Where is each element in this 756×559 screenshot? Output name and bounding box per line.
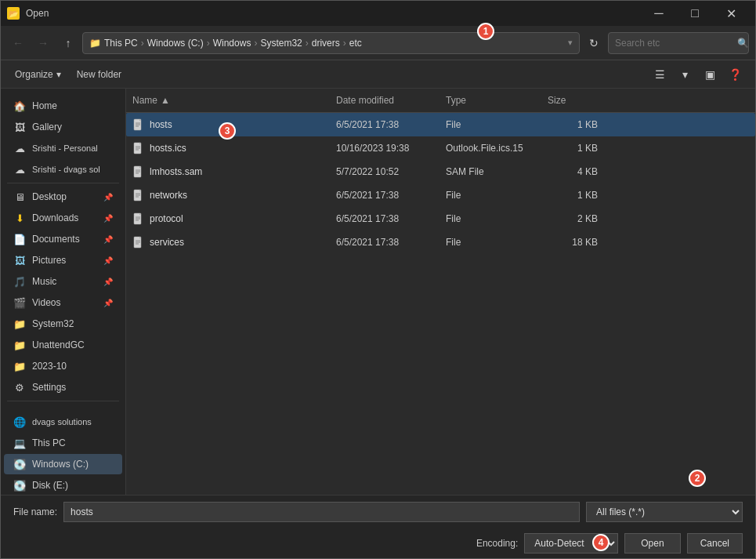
music-icon: 🎵 [13,275,26,288]
close-button[interactable]: ✕ [713,1,749,26]
file-row[interactable]: protocol 6/5/2021 17:38 File 2 KB [126,207,755,230]
sidebar-item-gallery-label: Gallery [32,122,62,132]
new-folder-button[interactable]: New folder [72,65,126,84]
file-name-text: networks [150,190,187,201]
pin-icon-desktop: 📌 [103,193,113,201]
sidebar-item-personal[interactable]: ☁ Srishti - Personal [4,138,122,158]
pin-icon-documents: 📌 [103,235,113,244]
downloads-icon: ⬇ [13,212,26,224]
search-box[interactable]: 🔍 [608,32,749,54]
file-name-text: hosts [150,119,172,130]
file-size-cell: 1 KB [541,116,604,133]
file-row[interactable]: services 6/5/2021 17:38 File 18 KB [126,230,755,254]
file-name-cell: hosts.ics [126,139,330,158]
organize-toolbar: Organize ▾ New folder ☰ ▾ ▣ ❓ [1,60,755,89]
sidebar-item-home[interactable]: 🏠 Home [4,96,122,116]
dvags-solutions-icon: 🌐 [13,416,26,428]
address-dropdown-icon[interactable]: ▾ [568,38,573,48]
breadcrumb-part-1: Windows (C:) [147,38,204,49]
annotation-2: 2 [689,470,706,487]
search-input[interactable] [615,38,732,49]
file-type-cell: File [439,210,541,227]
file-icon-1 [132,142,145,154]
up-button[interactable]: ↑ [57,32,79,54]
file-row[interactable]: lmhosts.sam 5/7/2022 10:52 SAM File 4 KB [126,160,755,183]
maximize-button[interactable]: □ [677,1,713,26]
sidebar-item-2023-10[interactable]: 📁 2023-10 [4,356,122,376]
file-size-cell: 2 KB [541,210,604,227]
file-type-select[interactable]: All files (*.*) [586,502,743,522]
encoding-label: Encoding: [476,538,518,549]
file-date-cell: 6/5/2021 17:38 [330,187,439,204]
file-name-text: lmhosts.sam [150,166,202,177]
preview-pane-button[interactable]: ▣ [699,64,721,85]
view-dropdown-button[interactable]: ▾ [674,64,696,85]
home-icon: 🏠 [13,100,26,112]
column-size[interactable]: Size [541,92,604,109]
window-icon: 📂 [7,7,20,20]
file-icon-3 [132,189,145,201]
gallery-icon: 🖼 [13,121,26,133]
back-button[interactable]: ← [7,32,29,54]
sidebar-item-disk-e[interactable]: 💽 Disk (E:) [4,475,122,495]
forward-button[interactable]: → [32,32,54,54]
file-name-cell: services [126,233,330,252]
sidebar-item-dvags-solutions[interactable]: 🌐 dvags solutions [4,412,122,432]
pin-icon-videos: 📌 [103,299,113,307]
sidebar-item-desktop[interactable]: 🖥 Desktop 📌 [4,187,122,207]
column-name[interactable]: Name ▲ [126,92,330,109]
file-name-cell: protocol [126,209,330,228]
sidebar-item-dvags-solutions-label: dvags solutions [32,417,92,427]
navigation-toolbar: ← → ↑ 📁 This PC › Windows (C:) › Windows… [1,26,755,60]
file-name-input[interactable] [63,502,580,522]
folder-icon: 📁 [89,38,101,49]
file-date-cell: 6/5/2021 17:38 [330,116,439,133]
sidebar-item-pictures-label: Pictures [32,255,66,266]
sidebar-item-windows-c[interactable]: 💽 Windows (C:) [4,454,122,474]
sidebar-item-pictures[interactable]: 🖼 Pictures 📌 [4,250,122,270]
file-row[interactable]: hosts.ics 10/16/2023 19:38 Outlook.File.… [126,136,755,160]
sidebar-item-gallery[interactable]: 🖼 Gallery [4,117,122,137]
pin-icon-downloads: 📌 [103,214,113,223]
sidebar-item-home-label: Home [32,100,57,111]
open-dialog-window: 📂 Open ─ □ ✕ ← → ↑ 📁 This PC › Windows (… [0,0,756,559]
cancel-button[interactable]: Cancel [687,533,743,554]
open-button[interactable]: Open [624,533,680,554]
sidebar-item-videos[interactable]: 🎬 Videos 📌 [4,292,122,313]
column-date-modified[interactable]: Date modified [330,92,439,109]
sidebar-item-music[interactable]: 🎵 Music 📌 [4,271,122,292]
view-controls: ☰ ▾ ▣ ❓ [649,64,746,85]
sidebar-item-downloads[interactable]: ⬇ Downloads 📌 [4,208,122,228]
organize-button[interactable]: Organize ▾ [10,65,66,84]
breadcrumb-part-4: drivers [312,38,340,49]
sidebar-divider-2 [7,401,119,401]
cloud-personal-icon: ☁ [13,142,26,154]
sidebar-item-downloads-label: Downloads [32,212,78,223]
sidebar-item-system32[interactable]: 📁 System32 [4,314,122,334]
help-button[interactable]: ❓ [724,64,746,85]
refresh-button[interactable]: ↻ [583,32,605,54]
file-row[interactable]: networks 6/5/2021 17:38 File 1 KB [126,183,755,207]
minimize-button[interactable]: ─ [641,1,677,26]
window-title: Open [26,8,49,19]
desktop-icon: 🖥 [13,191,26,203]
address-bar[interactable]: 📁 This PC › Windows (C:) › Windows › Sys… [82,32,580,54]
sidebar-item-unattendgc[interactable]: 📁 UnattendGC [4,335,122,355]
sidebar: 🏠 Home 🖼 Gallery ☁ Srishti - Personal ☁ … [1,89,126,495]
sidebar-item-documents[interactable]: 📄 Documents 📌 [4,229,122,249]
file-list: hosts 6/5/2021 17:38 File 1 KB hosts.ics… [126,113,755,495]
sidebar-item-this-pc[interactable]: 💻 This PC [4,433,122,453]
sidebar-item-documents-label: Documents [32,234,80,245]
sidebar-item-settings[interactable]: ⚙ Settings [4,377,122,397]
breadcrumb-part-5: etc [349,38,362,49]
column-type[interactable]: Type [439,92,541,109]
file-size-cell: 4 KB [541,163,604,180]
annotation-1: 1 [477,23,494,40]
file-size-cell: 18 KB [541,234,604,251]
list-view-button[interactable]: ☰ [649,64,671,85]
file-date-cell: 5/7/2022 10:52 [330,163,439,180]
file-date-cell: 6/5/2021 17:38 [330,210,439,227]
file-type-cell: Outlook.File.ics.15 [439,140,541,157]
file-area: Name ▲ Date modified Type Size [126,89,755,495]
sidebar-item-dvags[interactable]: ☁ Srishti - dvags sol [4,159,122,180]
